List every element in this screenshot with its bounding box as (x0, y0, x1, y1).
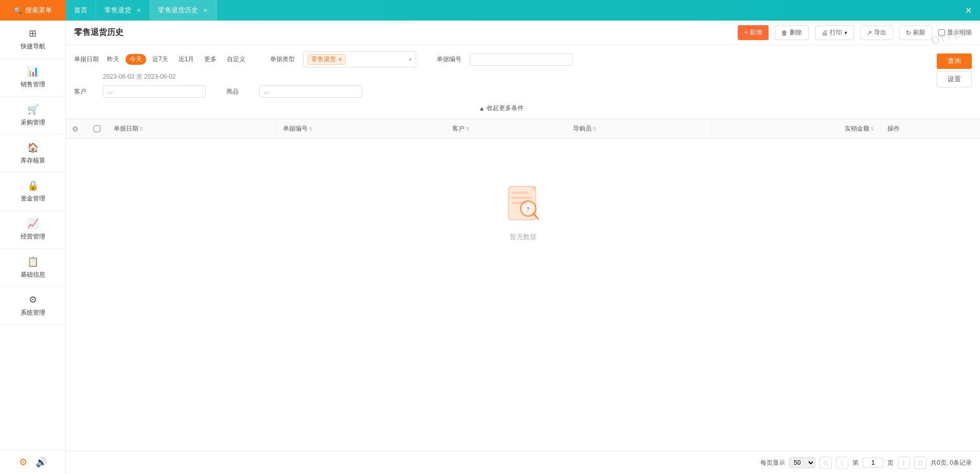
th-voucher-no: 单据编号 ⇅ (276, 119, 446, 139)
finance-icon: 🔒 (27, 180, 39, 191)
operation-icon: 📈 (27, 218, 39, 229)
top-bar: 🔍 搜索菜单 首页 零售退货 ✕ 零售退货历史 ✕ ✕ (0, 0, 980, 21)
print-button[interactable]: 🖨 打印 ▾ (815, 25, 854, 40)
page-first-btn[interactable]: ⟨⟨ (819, 457, 832, 469)
guide-sort[interactable]: 导购员 ⇅ (573, 124, 597, 133)
date-from: 2023-06-02 (103, 73, 134, 80)
search-menu-label: 搜索菜单 (25, 6, 52, 15)
tab-home-label: 首页 (74, 6, 87, 15)
date-7days-btn[interactable]: 近7天 (148, 54, 172, 65)
sidebar-item-system[interactable]: ⚙ 系统管理 (0, 287, 65, 325)
print-label: 打印 (830, 28, 842, 37)
date-sort[interactable]: 单据日期 ⇅ (114, 124, 144, 133)
th-checkbox (86, 119, 107, 139)
select-all-checkbox[interactable] (94, 125, 100, 132)
type-tag-text: 零售退货 (311, 55, 336, 64)
sidebar-item-basic-info[interactable]: 📋 基础信息 (0, 249, 65, 287)
sidebar-item-finance[interactable]: 🔒 资金管理 (0, 173, 65, 211)
voucher-no-input[interactable] (470, 53, 573, 66)
show-detail-checkbox[interactable] (938, 29, 945, 36)
th-action: 操作 (881, 119, 980, 139)
table-body: ? 暂无数据 (66, 139, 980, 283)
th-action-label: 操作 (887, 125, 900, 132)
table-header: ⚙ 单据日期 ⇅ (66, 119, 980, 139)
inventory-icon: 🏠 (27, 142, 39, 153)
page-prev-btn[interactable]: ⟨ (836, 457, 848, 469)
refresh-button[interactable]: ↻ 刷新 (899, 25, 932, 40)
page-title: 零售退货历史 (74, 27, 123, 38)
table-settings-icon[interactable]: ⚙ (72, 125, 79, 133)
sidebar-item-quick-nav[interactable]: ⊞ 快捷导航 (0, 21, 65, 59)
refresh-icon: ↻ (906, 29, 911, 37)
sidebar-item-inventory[interactable]: 🏠 库存核算 (0, 135, 65, 173)
window-close-btn[interactable]: ✕ (965, 6, 972, 15)
sidebar-item-sales[interactable]: 📊 销售管理 (0, 59, 65, 97)
amount-sort[interactable]: 实销金额 ⇅ (845, 124, 875, 133)
customer-input[interactable] (103, 85, 206, 98)
refresh-label: 刷新 (913, 28, 925, 37)
date-yesterday-btn[interactable]: 昨天 (103, 54, 123, 65)
th-amount: 实销金额 ⇅ (711, 119, 881, 139)
th-amount-label: 实销金额 (845, 124, 869, 133)
type-filter-select[interactable]: 零售退货 ✕ ▾ (303, 51, 416, 67)
tab-retail-return-history[interactable]: 零售退货历史 ✕ (150, 0, 217, 21)
type-tag-close[interactable]: ✕ (338, 57, 342, 62)
print-arrow-icon: ▾ (844, 29, 847, 37)
date-filter-label: 单据日期 (74, 55, 103, 64)
content-area: 零售退货历史 + 新增 🗑 删除 🖨 打印 ▾ ↗ 导出 ↻ (66, 21, 980, 474)
filter-row-1: 单据日期 昨天 今天 近7天 近1月 更多 自定义 单据类型 (74, 51, 929, 67)
tab-retail-return[interactable]: 零售退货 ✕ (96, 0, 150, 21)
th-settings: ⚙ (66, 119, 86, 139)
top-tabs: 首页 零售退货 ✕ 零售退货历史 ✕ (66, 0, 965, 21)
date-1month-btn[interactable]: 近1月 (174, 54, 199, 65)
date-today-btn[interactable]: 今天 (126, 54, 146, 65)
new-button[interactable]: + 新增 (738, 25, 769, 40)
sidebar-item-quick-nav-label: 快捷导航 (21, 42, 45, 51)
goods-filter-label: 商品 (226, 87, 255, 96)
sidebar-item-purchase[interactable]: 🛒 采购管理 (0, 97, 65, 135)
date-custom-btn[interactable]: 自定义 (223, 54, 250, 65)
quick-nav-icon: ⊞ (29, 28, 37, 39)
tab-home[interactable]: 首页 (66, 0, 96, 21)
export-label: 导出 (874, 28, 886, 37)
tab-retail-return-close[interactable]: ✕ (136, 7, 141, 14)
page-header: 零售退货历史 + 新增 🗑 删除 🖨 打印 ▾ ↗ 导出 ↻ (66, 21, 980, 45)
search-menu-btn[interactable]: 🔍 搜索菜单 (0, 0, 66, 21)
data-table: ⚙ 单据日期 ⇅ (66, 119, 980, 283)
system-icon: ⚙ (29, 294, 37, 305)
query-btn-group: 查询 设置 (937, 53, 972, 87)
date-to: 2023-06-02 (144, 73, 175, 80)
voucher-sort[interactable]: 单据编号 ⇅ (283, 124, 313, 133)
th-customer: 客户 ⇅ (446, 119, 566, 139)
customer-sort-icon: ⇅ (466, 126, 470, 132)
collapse-btn[interactable]: ▲ 收起更多条件 (473, 102, 530, 115)
customer-sort[interactable]: 客户 ⇅ (452, 124, 470, 133)
export-icon: ↗ (867, 29, 872, 37)
sidebar-item-inventory-label: 库存核算 (21, 156, 45, 165)
amount-sort-icon: ⇅ (870, 126, 875, 132)
page-number-input[interactable]: 1 (863, 458, 883, 468)
volume-icon[interactable]: 🔊 (35, 457, 47, 468)
settings-bottom-icon[interactable]: ⚙ (19, 457, 27, 468)
page-size-select[interactable]: 10 20 50 100 (789, 457, 815, 468)
page-last-btn[interactable]: ⟩⟩ (914, 457, 926, 469)
date-more-btn[interactable]: 更多 (200, 54, 221, 65)
page-size-label: 每页显示 (760, 459, 785, 467)
page-unit-label: 页 (887, 459, 894, 467)
delete-button[interactable]: 🗑 删除 (775, 25, 809, 40)
settings-button[interactable]: 设置 (937, 71, 972, 87)
type-tag: 零售退货 ✕ (308, 54, 346, 65)
th-voucher-label: 单据编号 (283, 124, 308, 133)
collapse-up-icon: ▲ (479, 105, 485, 112)
search-icon: 🔍 (14, 7, 22, 14)
sidebar-item-operation[interactable]: 📈 经营管理 (0, 211, 65, 249)
export-button[interactable]: ↗ 导出 (860, 25, 893, 40)
goods-input[interactable] (259, 85, 362, 98)
sidebar-item-purchase-label: 采购管理 (21, 118, 45, 127)
page-next-btn[interactable]: ⟩ (898, 457, 910, 469)
show-detail-label[interactable]: 显示明细 (938, 28, 972, 37)
purchase-icon: 🛒 (27, 104, 39, 115)
tab-retail-return-history-close[interactable]: ✕ (203, 7, 208, 14)
collapse-label: 收起更多条件 (487, 104, 524, 113)
query-button[interactable]: 查询 (937, 53, 972, 69)
